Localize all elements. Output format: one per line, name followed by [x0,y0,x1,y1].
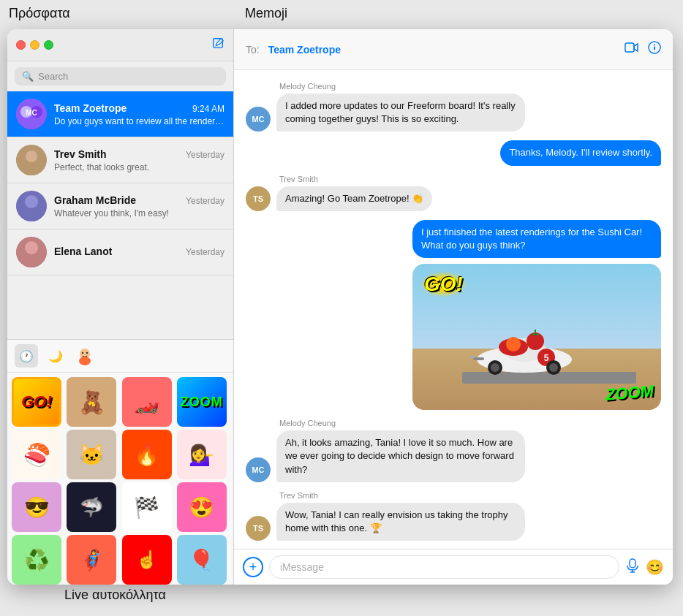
conv-name-graham-mcbride: Graham McBride [54,194,136,206]
sticker-balloon[interactable]: 🎈 [177,535,227,585]
sushi-car-image: 5 [412,264,661,410]
sticker-superhero[interactable]: 🦸‍♀️ [67,535,116,585]
svg-point-20 [654,45,655,46]
avatar-mc-1: MC [246,107,271,132]
conversation-item-trev-smith[interactable]: Trev Smith Yesterday Perfect, that looks… [7,137,233,183]
sticker-zoom[interactable]: ZOOM [177,377,227,427]
conversation-item-elena-lanot[interactable]: Elena Lanot Yesterday [7,229,233,275]
close-button[interactable] [16,40,26,50]
svg-point-12 [25,241,38,254]
sidebar: 🔍 Search MC Team Zoetrope 9 [7,29,234,585]
conv-preview-graham-mcbride: Whatever you think, I'm easy! [54,208,224,218]
chat-recipient-name: Team Zoetrope [268,44,616,56]
svg-point-9 [25,195,38,208]
message-group-5: Melody Cheung MC Ah, it looks amazing, T… [246,419,661,482]
sender-label-trev-2: Trev Smith [246,491,661,500]
sticker-tab-memoji[interactable] [73,344,97,368]
svg-rect-18 [625,43,634,52]
sender-label-trev-1: Trev Smith [246,175,661,183]
go-sticker-overlay: GO! [420,271,467,297]
sticker-sunglasses[interactable]: 😎 [12,482,61,532]
svg-text:5: 5 [544,353,549,363]
sticker-cat[interactable]: 🐱 [67,430,116,479]
svg-point-25 [506,337,521,351]
emoji-button[interactable]: 😊 [646,558,664,576]
svg-point-16 [86,352,88,354]
message-row-4: I just finished the latest renderings fo… [246,220,661,258]
audio-record-button[interactable] [625,558,640,577]
titlebar [7,29,233,61]
sticker-tab-moon[interactable]: 🌙 [44,344,67,368]
svg-point-15 [82,352,83,354]
svg-rect-21 [654,47,655,50]
message-input[interactable]: iMessage [269,555,619,579]
conv-name-trev-smith: Trev Smith [54,148,107,160]
search-input[interactable]: Search [38,71,68,82]
chat-header: To: Team Zoetrope [234,29,673,70]
sender-label-melody-1: Melody Cheung [246,82,661,91]
conv-content-elena-lanot: Elena Lanot Yesterday [54,246,224,259]
sticker-tabs: 🕐 🌙 [7,340,233,373]
sushi-car-image-message: 5 [412,264,661,410]
annotation-memoji: Memoji [245,6,287,21]
svg-text:MC: MC [26,109,37,117]
sticker-foam-finger[interactable]: ☝️ [122,535,172,585]
svg-rect-10 [21,213,42,221]
maximize-button[interactable] [44,40,53,50]
message-group-1: Melody Cheung MC I added more updates to… [246,82,661,132]
traffic-lights [16,40,53,50]
sticker-bear[interactable]: 🧸 [67,377,116,427]
conv-name-team-zoetrope: Team Zoetrope [54,102,127,114]
message-bubble-2: Thanks, Melody. I'll review shortly. [500,140,661,165]
message-group-3: Trev Smith TS Amazing! Go Team Zoetrope!… [246,175,661,211]
sticker-recycle[interactable]: ♻️ [12,535,61,585]
conversation-item-graham-mcbride[interactable]: Graham McBride Yesterday Whatever you th… [7,183,233,229]
avatar-graham-mcbride [16,191,47,221]
add-attachment-button[interactable]: + [243,557,263,577]
svg-point-31 [549,363,558,372]
avatar-elena-lanot [16,237,47,267]
message-row-image: 5 [246,264,661,410]
chat-messages: Melody Cheung MC I added more updates to… [234,70,673,549]
conv-content-team-zoetrope: Team Zoetrope 9:24 AM Do you guys want t… [54,102,224,126]
message-row-5: MC Ah, it looks amazing, Tania! I love i… [246,430,661,482]
message-bubble-3: Amazing! Go Team Zoetrope! 👏 [276,186,432,211]
chat-to-label: To: [246,44,260,56]
sticker-fire[interactable]: 🔥 [122,430,172,479]
message-bubble-1: I added more updates to our Freeform boa… [276,94,525,132]
search-bar[interactable]: 🔍 Search [15,67,226,85]
message-group-4: I just finished the latest renderings fo… [246,220,661,410]
sticker-go[interactable]: GO! [12,377,61,427]
message-bubble-4: I just finished the latest renderings fo… [412,220,661,258]
sticker-grid: GO! 🧸 🏎️ ZOOM 🍣 🐱 🔥 💁‍♀️ 😎 🦈 🏁 😍 ♻️ 🦸‍♀️… [7,373,233,585]
sticker-sushi[interactable]: 🍣 [12,430,61,479]
video-call-button[interactable] [624,42,639,57]
message-group-6: Trev Smith TS Wow, Tania! I can really e… [246,491,661,541]
info-button[interactable] [648,41,661,58]
messages-window: 🔍 Search MC Team Zoetrope 9 [7,29,673,585]
svg-point-32 [527,332,544,350]
svg-rect-35 [630,559,635,568]
sticker-shark[interactable]: 🦈 [67,482,116,532]
minimize-button[interactable] [30,40,39,50]
compose-button[interactable] [211,37,224,53]
chat-header-actions [624,41,661,58]
sticker-racecar[interactable]: 🏎️ [122,377,172,427]
conversation-list: MC Team Zoetrope 9:24 AM Do you guys wan… [7,91,233,339]
search-icon: 🔍 [22,71,34,82]
sticker-heart-eyes[interactable]: 😍 [177,482,227,532]
svg-point-29 [491,363,499,372]
sticker-checkered[interactable]: 🏁 [122,482,172,532]
avatar-trev-smith [16,145,47,175]
sticker-girl-drink[interactable]: 💁‍♀️ [177,430,227,479]
conversation-item-team-zoetrope[interactable]: MC Team Zoetrope 9:24 AM Do you guys wan… [7,91,233,137]
message-group-2: Thanks, Melody. I'll review shortly. [246,140,661,165]
conv-preview-team-zoetrope: Do you guys want to review all the rende… [54,116,224,126]
sticker-tab-recent[interactable]: 🕐 [15,344,38,368]
conv-content-graham-mcbride: Graham McBride Yesterday Whatever you th… [54,194,224,218]
message-bubble-6: Wow, Tania! I can really envision us tak… [276,503,525,541]
avatar-mc-2: MC [246,457,271,482]
svg-point-6 [26,151,37,162]
svg-rect-13 [21,259,42,267]
avatar-ts-2: TS [246,516,271,541]
